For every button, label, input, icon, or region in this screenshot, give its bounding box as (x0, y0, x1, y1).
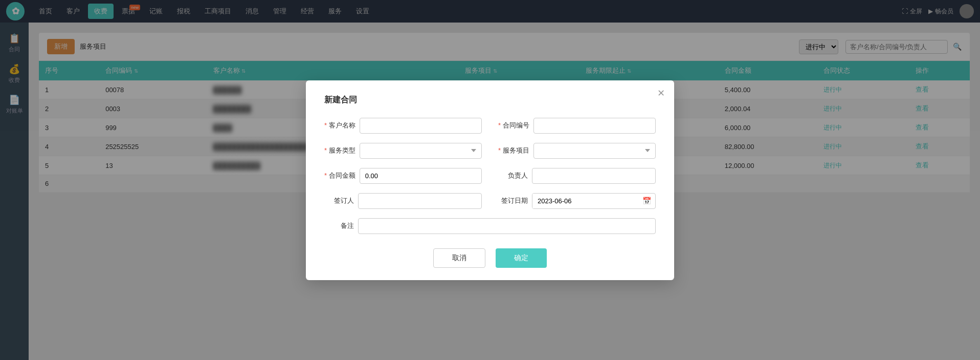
modal-title: 新建合同 (324, 95, 656, 105)
form-group-notes: 备注 (324, 218, 656, 234)
calendar-icon[interactable]: 📅 (638, 197, 655, 205)
cancel-button[interactable]: 取消 (433, 248, 485, 268)
sign-date-label: 签订日期 (498, 196, 528, 205)
responsible-input[interactable] (532, 168, 656, 184)
notes-input[interactable] (358, 218, 656, 234)
form-group-service-type: 服务类型 (324, 143, 482, 159)
amount-label: 合同金额 (324, 171, 355, 180)
form-group-amount: 合同金额 (324, 168, 482, 184)
amount-input[interactable] (360, 168, 482, 184)
form-group-responsible: 负责人 (498, 168, 656, 184)
contract-no-input[interactable] (533, 118, 656, 134)
form-group-sign-date: 签订日期 📅 (498, 193, 656, 209)
responsible-label: 负责人 (498, 171, 528, 180)
service-item-label: 服务项目 (498, 146, 529, 155)
signer-label: 签订人 (324, 196, 354, 205)
form-group-client: 客户名称 (324, 118, 482, 134)
notes-label: 备注 (324, 221, 354, 230)
form-group-signer: 签订人 (324, 193, 482, 209)
modal-overlay: ✕ 新建合同 客户名称 合同编号 服务类型 服务项目 合 (0, 0, 980, 360)
sign-date-input-wrapper: 📅 (532, 193, 656, 209)
contract-no-label: 合同编号 (498, 121, 529, 130)
client-name-label: 客户名称 (324, 121, 355, 130)
form-group-service-item: 服务项目 (498, 143, 656, 159)
modal-footer: 取消 确定 (324, 248, 656, 268)
signer-input[interactable] (358, 193, 482, 209)
confirm-button[interactable]: 确定 (496, 248, 547, 268)
service-item-select[interactable] (533, 143, 656, 159)
client-name-input[interactable] (360, 118, 482, 134)
service-type-label: 服务类型 (324, 146, 355, 155)
modal-close-button[interactable]: ✕ (657, 88, 665, 99)
form-group-contract-no: 合同编号 (498, 118, 656, 134)
form-grid: 客户名称 合同编号 服务类型 服务项目 合同金额 负责人 (324, 118, 656, 234)
service-type-select[interactable] (360, 143, 482, 159)
sign-date-input[interactable] (532, 194, 638, 208)
modal-dialog: ✕ 新建合同 客户名称 合同编号 服务类型 服务项目 合 (306, 80, 674, 280)
